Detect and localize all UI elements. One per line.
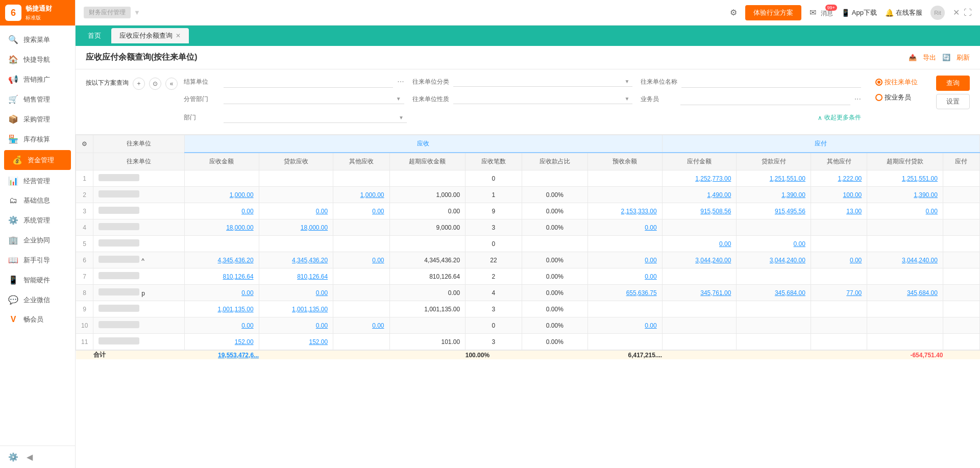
sidebar-item-label: 快捷导航 [23, 55, 50, 64]
sidebar-item-finance[interactable]: 💰 资金管理 [4, 150, 71, 170]
scheme-by-partner[interactable]: 按往来单位 [871, 76, 922, 89]
service-icon: 🔔 [885, 9, 894, 17]
total-ap-overdue: -654,751.40 [867, 350, 943, 359]
table-row: 100.000.000.0000.00%0.00 [76, 317, 980, 334]
ap-group-header: 应付 [662, 135, 979, 153]
th-ap-loan: 贷款应付 [737, 153, 811, 170]
total-ap-loan [737, 350, 811, 359]
settings-icon[interactable]: ⚙️ [8, 452, 18, 462]
filter-row-3: 部门 ▼ ∧ 收起更多条件 [184, 110, 861, 125]
maximize-window-icon[interactable]: ⛶ [964, 8, 972, 17]
row-partner [93, 203, 185, 219]
sidebar-item-quicknav[interactable]: 🏠 快捷导航 [0, 50, 75, 69]
row-no: 7 [76, 268, 93, 285]
purchase-icon: 📦 [8, 114, 18, 124]
sidebar-item-enterprise[interactable]: 🏢 企业协同 [0, 230, 75, 250]
partner-nature-select[interactable]: ▼ [453, 94, 633, 104]
collapse-sidebar-icon[interactable]: ◀ [27, 452, 33, 462]
tab-close-icon[interactable]: ✕ [176, 32, 181, 39]
filter-field-partner-nature: 往来单位性质 ▼ [412, 93, 633, 105]
close-window-icon[interactable]: ✕ [953, 8, 960, 17]
row-partner [93, 219, 185, 236]
sidebar-item-label: 经营管理 [23, 177, 50, 186]
enterprise-icon: 🏢 [8, 235, 18, 245]
message-icon-container[interactable]: ✉ 99+ 消息 [810, 8, 832, 18]
sidebar-item-label: 采购管理 [23, 115, 50, 124]
settings-button[interactable]: 设置 [936, 94, 970, 109]
department-label: 分管部门 [184, 95, 219, 104]
filter-field-partner-category: 往来单位分类 ▼ [412, 76, 633, 88]
operations-icon: 📊 [8, 176, 18, 186]
chevron-down-icon2: ▼ [396, 96, 401, 102]
marketing-icon: 📢 [8, 75, 18, 84]
settlement-dots-icon[interactable]: ··· [397, 77, 404, 86]
tab-home[interactable]: 首页 [80, 28, 109, 43]
sidebar-footer: ⚙️ ◀ [0, 446, 75, 468]
refresh-button[interactable]: 刷新 [957, 53, 970, 62]
row-no: 5 [76, 236, 93, 252]
collapse-scheme-button[interactable]: « [165, 78, 178, 90]
settings-col-header[interactable]: ⚙ [76, 135, 93, 153]
th-prepaid: 预收余额 [588, 153, 663, 170]
total-ar-amount[interactable]: 19,553,472,6... [184, 350, 259, 359]
settlement-input[interactable] [224, 76, 393, 88]
sidebar-item-basic[interactable]: 🗂 基础信息 [0, 191, 75, 210]
sidebar-item-inventory[interactable]: 🏪 库存核算 [0, 129, 75, 149]
logo-text: 畅捷通财 [26, 4, 52, 13]
system-icon: ⚙️ [8, 215, 18, 225]
salesperson-input[interactable] [680, 93, 850, 105]
salesperson-dots-icon[interactable]: ··· [854, 94, 861, 104]
scheme-by-salesperson[interactable]: 按业务员 [871, 91, 922, 104]
th-partner: 往来单位 [93, 153, 185, 170]
sidebar-item-sales[interactable]: 🛒 销售管理 [0, 89, 75, 109]
total-prepaid [522, 350, 588, 359]
collapse-more-button[interactable]: ∧ 收起更多条件 [818, 110, 861, 125]
table-row: 7810,126.64810,126.64810,126.6420.00%0.0… [76, 268, 980, 285]
user-info[interactable]: Rit [930, 6, 945, 20]
sidebar-item-system[interactable]: ⚙️ 系统管理 [0, 210, 75, 230]
sidebar-item-wechat[interactable]: 💬 企业微信 [0, 290, 75, 310]
scheme-options: 按往来单位 按业务员 [871, 76, 922, 104]
sidebar-item-member[interactable]: V 畅会员 [0, 310, 75, 329]
partner-name-input[interactable] [681, 76, 861, 88]
row-no: 10 [76, 317, 93, 334]
filter-icons: + ⊙ « [133, 76, 178, 90]
sidebar-item-hardware[interactable]: 📱 智能硬件 [0, 270, 75, 290]
sidebar-item-search[interactable]: 🔍 搜索菜单 [0, 30, 75, 50]
filter-fields-container: 结算单位 ··· 往来单位分类 ▼ 往来单位名称 [184, 76, 861, 128]
online-service[interactable]: 🔔 在线客服 [885, 8, 922, 17]
sidebar-item-marketing[interactable]: 📢 营销推广 [0, 69, 75, 89]
query-button[interactable]: 查询 [936, 76, 970, 91]
table-container: ⚙ 往来单位 应收 应付 往来单位 应收金额 贷款应收 其他应收 超期应收金额 … [76, 135, 980, 468]
filter-row-1: 结算单位 ··· 往来单位分类 ▼ 往来单位名称 [184, 76, 861, 88]
scheme-label: 按以下方案查询 [86, 79, 129, 87]
row-partner [93, 317, 185, 334]
search-icon: 🔍 [8, 35, 18, 44]
add-scheme-button[interactable]: + [133, 78, 145, 90]
row-no: 1 [76, 170, 93, 187]
partner-category-select[interactable]: ▼ [453, 77, 633, 87]
settings-scheme-button[interactable]: ⊙ [149, 78, 161, 90]
inventory-icon: 🏪 [8, 134, 18, 144]
chevron-down-icon: ▼ [624, 79, 629, 84]
row-no: 6 [76, 252, 93, 268]
settings-gear-icon[interactable]: ⚙ [730, 8, 737, 17]
sidebar-item-label: 新手引导 [23, 256, 50, 265]
dept-select[interactable]: ▼ [224, 113, 407, 123]
tab-ar-ap[interactable]: 应收应付余额查询 ✕ [111, 28, 189, 43]
export-button[interactable]: 导出 [923, 53, 936, 62]
sidebar-item-label: 营销推广 [23, 75, 50, 84]
sidebar-item-operations[interactable]: 📊 经营管理 [0, 171, 75, 191]
sidebar-item-guide[interactable]: 📖 新手引导 [0, 250, 75, 270]
promo-button[interactable]: 体验行业方案 [745, 5, 801, 20]
department-select[interactable]: ▼ [224, 94, 404, 104]
scheme-partner-label: 按往来单位 [885, 78, 918, 87]
sidebar-item-purchase[interactable]: 📦 采购管理 [0, 109, 75, 129]
th-ap-other: 其他应付 [811, 153, 867, 170]
row-partner [93, 170, 185, 187]
app-download[interactable]: 📱 App下载 [841, 8, 877, 17]
row-partner [93, 268, 185, 285]
tab-ar-ap-label: 应收应付余额查询 [119, 31, 173, 40]
th-ar-loan: 贷款应收 [259, 153, 333, 170]
partner-category-label: 往来单位分类 [412, 78, 449, 86]
